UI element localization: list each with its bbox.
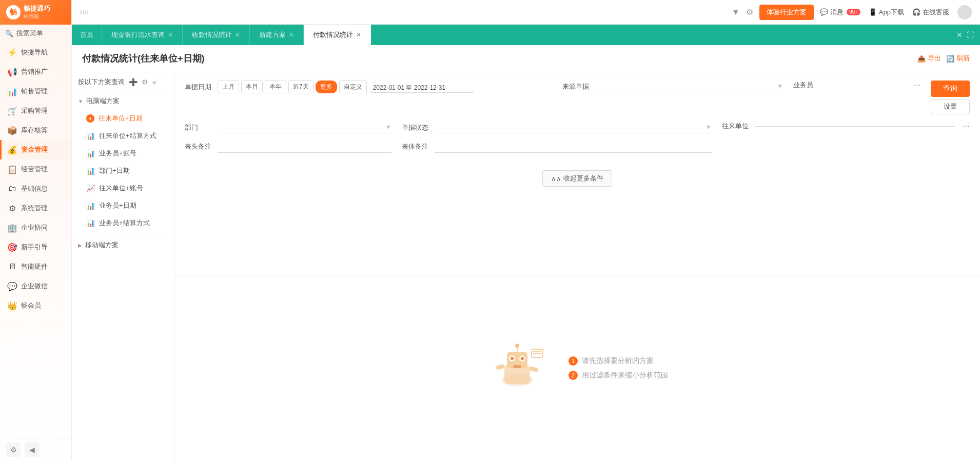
sidebar-item-hardware[interactable]: 🖥 智能硬件	[0, 257, 71, 276]
refresh-button[interactable]: 🔄 刷新	[946, 54, 970, 63]
tab-receipts[interactable]: 收款情况统计 ✕	[183, 25, 250, 45]
scheme-item-salesman-account[interactable]: 📊 业务员+账号	[72, 145, 174, 162]
tab-payments-label: 付款情况统计	[313, 30, 353, 39]
export-button[interactable]: 📤 导出	[917, 54, 941, 63]
sidebar-item-system[interactable]: ⚙ 系统管理	[0, 198, 71, 218]
nav-label: 畅会员	[21, 301, 41, 310]
search-menu[interactable]: 🔍 搜索菜单	[0, 25, 71, 43]
settings-icon-btn[interactable]: ⚙	[746, 7, 753, 17]
svg-point-6	[521, 357, 524, 360]
tab-receipts-close[interactable]: ✕	[235, 31, 240, 38]
sidebar-item-inventory[interactable]: 📦 库存核算	[0, 121, 71, 140]
wechat-icon: 💬	[8, 282, 17, 291]
filter-panel: 单据日期 上月 本月 本年 近7天 更多 自定义	[174, 72, 980, 275]
sidebar-item-basic[interactable]: 🗂 基础信息	[0, 179, 71, 198]
scheme-item-unit-date[interactable]: ● 往来单位+日期	[72, 110, 174, 127]
date-this-month[interactable]: 本月	[241, 81, 263, 93]
collapse-sidebar-button[interactable]: ◀	[25, 443, 39, 457]
industry-scheme-button[interactable]: 体验行业方案	[759, 5, 814, 20]
partner-input[interactable]	[755, 126, 955, 127]
header-note-input[interactable]	[218, 141, 391, 153]
inventory-icon: 📦	[8, 126, 17, 135]
filter-row-1: 单据日期 上月 本月 本年 近7天 更多 自定义	[185, 81, 970, 114]
filter-row-2: 部门 ▼ 单据状态 ▼	[185, 122, 970, 133]
scheme-category-pc[interactable]: ▼ 电脑端方案	[72, 92, 174, 110]
action-buttons: 查询 设置	[931, 81, 970, 114]
date-7days[interactable]: 近7天	[288, 81, 313, 93]
hardware-icon: 🖥	[8, 262, 17, 271]
sidebar-item-quick[interactable]: ⚡ 快捷导航	[0, 43, 71, 62]
refresh-label: 刷新	[956, 54, 970, 63]
date-more[interactable]: 更多	[316, 81, 337, 93]
sidebar-item-enterprise[interactable]: 🏢 企业协同	[0, 218, 71, 237]
add-scheme-button[interactable]: ➕	[129, 78, 138, 86]
nav-label: 销售管理	[21, 87, 48, 96]
sidebar-item-guide[interactable]: 🎯 新手引导	[0, 237, 71, 257]
sidebar-item-vip[interactable]: 👑 畅会员	[0, 296, 71, 315]
messages-button[interactable]: 💬 消息 99+	[820, 8, 860, 17]
tab-payments-close[interactable]: ✕	[356, 31, 361, 38]
scheme-item-salesman-settlement[interactable]: 📊 业务员+结算方式	[72, 214, 174, 232]
marketing-icon: 📢	[8, 67, 17, 76]
scheme-item-label: 往来单位+日期	[99, 114, 143, 123]
settings-footer-button[interactable]: ⚙	[6, 443, 21, 457]
divider	[72, 234, 174, 234]
date-custom[interactable]: 自定义	[339, 81, 367, 93]
nav-label: 系统管理	[21, 204, 48, 213]
tip-2-num: 2	[569, 371, 578, 380]
sidebar-item-wechat[interactable]: 💬 企业微信	[0, 276, 71, 296]
empty-tip-1: 1 请先选择要分析的方案	[569, 356, 668, 366]
page-title: 付款情况统计(往来单位+日期)	[82, 52, 205, 65]
maximize-window-button[interactable]: ⛶	[967, 31, 974, 39]
scheme-category-mobile[interactable]: ▶ 移动端方案	[72, 236, 174, 254]
date-this-year[interactable]: 本年	[265, 81, 286, 93]
date-range-input[interactable]	[371, 83, 474, 93]
tab-payments[interactable]: 付款情况统计 ✕	[304, 25, 371, 45]
tab-new-scheme[interactable]: 新建方案 ✕	[250, 25, 304, 45]
sidebar-item-operation[interactable]: 📋 经营管理	[0, 159, 71, 179]
tab-home[interactable]: 首页	[72, 25, 102, 45]
sidebar-item-finance[interactable]: 💰 资金管理	[0, 140, 71, 159]
app-download-button[interactable]: 📱 App下载	[869, 8, 904, 17]
scheme-item-salesman-date[interactable]: 📊 业务员+日期	[72, 197, 174, 214]
sidebar-item-purchase[interactable]: 🛒 采购管理	[0, 101, 71, 121]
query-button[interactable]: 查询	[931, 81, 970, 97]
sidebar-item-marketing[interactable]: 📢 营销推广	[0, 62, 71, 82]
sidebar: 畅 畅捷通巧 标准版 🔍 搜索菜单 ⚡ 快捷导航 📢 营销推广 📊 销售管理 🛒…	[0, 0, 72, 461]
date-range-group	[369, 83, 474, 93]
collapse-conditions-button[interactable]: ∧∧ 收起更多条件	[542, 170, 612, 187]
tab-new-scheme-close[interactable]: ✕	[289, 31, 294, 38]
filter-group-body-note: 表体备注	[402, 141, 712, 153]
collapse-panel-button[interactable]: «	[152, 78, 156, 86]
user-avatar[interactable]	[957, 5, 972, 19]
setting-button[interactable]: 设置	[931, 99, 970, 114]
scheme-settings-button[interactable]: ⚙	[142, 78, 148, 86]
scheme-item-unit-settlement[interactable]: 📊 往来单位+结算方式	[72, 127, 174, 145]
filter-group-dept: 部门 ▼	[185, 122, 391, 133]
svg-rect-7	[513, 365, 521, 368]
topbar-dropdown[interactable]: ▼	[732, 8, 740, 17]
scheme-item-dept-date[interactable]: 📊 部门+日期	[72, 162, 174, 179]
table-icon: 📊	[86, 202, 95, 210]
scheme-item-unit-account[interactable]: 📈 往来单位+账号	[72, 179, 174, 197]
date-last-month[interactable]: 上月	[218, 81, 239, 93]
filter-content: 按以下方案查询 ➕ ⚙ « ▼ 电脑端方案 ● 往来单位+日期 📊 往来单	[72, 72, 980, 461]
status-select[interactable]: ▼	[435, 122, 712, 133]
dept-select[interactable]: ▼	[218, 122, 391, 133]
body-note-input[interactable]	[435, 141, 712, 153]
sidebar-item-sales[interactable]: 📊 销售管理	[0, 82, 71, 101]
close-window-button[interactable]: ✕	[956, 31, 963, 39]
tab-bank[interactable]: 现金银行流水查询 ✕	[102, 25, 183, 45]
header-note-label: 表头备注	[185, 142, 213, 151]
nav-label: 企业微信	[21, 282, 48, 291]
nav-label: 营销推广	[21, 67, 48, 76]
category-arrow-mobile: ▶	[78, 243, 82, 248]
customer-service-button[interactable]: 🎧 在线客服	[912, 8, 949, 17]
search-menu-label: 搜索菜单	[16, 29, 43, 38]
tab-bank-close[interactable]: ✕	[168, 31, 173, 38]
source-select[interactable]: ▼	[595, 81, 783, 92]
app-icon: 📱	[869, 8, 877, 16]
sidebar-header: 畅 畅捷通巧 标准版	[0, 0, 71, 25]
salesman-more-button[interactable]: ···	[914, 81, 920, 90]
partner-more-button[interactable]: ···	[963, 122, 970, 131]
